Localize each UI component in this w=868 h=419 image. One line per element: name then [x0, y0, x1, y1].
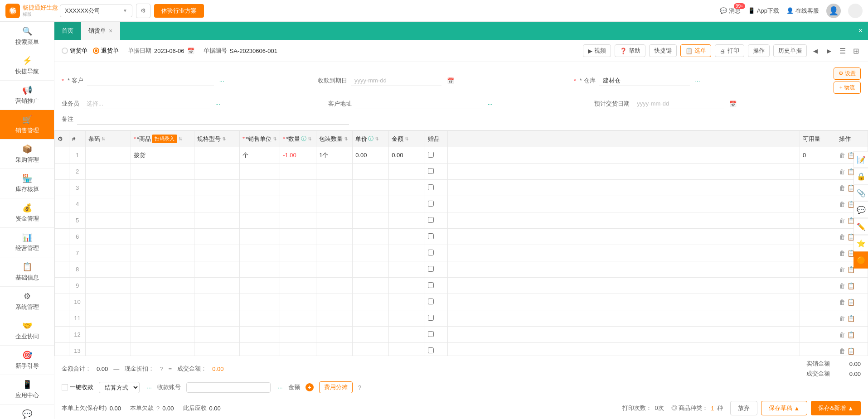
copy-row-9-button[interactable]: 📋: [847, 282, 855, 289]
gift-checkbox-5[interactable]: [428, 217, 434, 223]
gift-checkbox-10[interactable]: [428, 299, 434, 304]
calendar-icon-due[interactable]: 📅: [447, 77, 454, 84]
tab-sales-order[interactable]: 销货单 ×: [81, 22, 120, 40]
account-dots-button[interactable]: ···: [278, 384, 283, 391]
float-edit-button[interactable]: ✏️: [853, 218, 868, 235]
copy-row-11-button[interactable]: 📋: [847, 315, 855, 322]
sidebar-item-sales[interactable]: 🛒 销售管理: [0, 110, 54, 140]
save-new-button[interactable]: 保存&新增 ▲: [811, 401, 861, 415]
select-order-button[interactable]: 📋 选单: [680, 44, 711, 57]
delete-row-7-button[interactable]: 🗑: [839, 250, 845, 257]
next-order-button[interactable]: ▶: [824, 47, 834, 55]
customer-input[interactable]: [87, 75, 214, 86]
operation-button[interactable]: 操作: [748, 44, 770, 57]
expense-split-button[interactable]: 费用分摊: [319, 381, 353, 393]
print-button[interactable]: 🖨 打印: [715, 44, 744, 57]
radio-sale-order[interactable]: 销货单: [62, 47, 87, 55]
row-spec-1[interactable]: [194, 147, 240, 164]
prev-order-button[interactable]: ◀: [810, 47, 820, 55]
sidebar-item-apps[interactable]: 📱 应用中心: [0, 375, 54, 405]
sidebar-item-cooperation[interactable]: 🤝 企业协同: [0, 316, 54, 346]
due-date-input[interactable]: [351, 75, 441, 86]
delete-row-10-button[interactable]: 🗑: [839, 299, 845, 306]
float-star-button[interactable]: ⭐: [853, 235, 868, 251]
gift-checkbox-9[interactable]: [428, 282, 434, 288]
gift-checkbox-13[interactable]: [428, 347, 434, 353]
settings-button[interactable]: ⚙ 设置: [834, 67, 861, 80]
grid-view-button[interactable]: ⊞: [851, 46, 861, 56]
tab-home[interactable]: 首页: [54, 22, 81, 40]
sort-pkg[interactable]: ⇅: [344, 136, 348, 141]
shortcut-button[interactable]: 快捷键: [649, 44, 677, 57]
sidebar-item-inventory[interactable]: 🏪 库存核算: [0, 169, 54, 198]
help-button[interactable]: ❓ 帮助: [615, 44, 645, 57]
discount-info-icon[interactable]: ?: [160, 366, 163, 372]
online-support-button[interactable]: 👤 在线客服: [786, 7, 819, 15]
tab-close-icon[interactable]: ×: [109, 27, 112, 34]
row-qty-1[interactable]: -1.00: [280, 147, 316, 164]
salesperson-input[interactable]: [83, 98, 210, 109]
user-avatar-2[interactable]: [848, 4, 863, 18]
gift-checkbox-4[interactable]: [428, 201, 434, 207]
calendar-icon-expected[interactable]: 📅: [729, 101, 737, 107]
sidebar-item-purchase[interactable]: 📦 采购管理: [0, 140, 54, 169]
delete-row-3-button[interactable]: 🗑: [839, 184, 845, 192]
delete-row-2-button[interactable]: 🗑: [839, 168, 845, 175]
sidebar-item-quick-nav[interactable]: ⚡ 快捷导航: [0, 51, 54, 81]
account-number-input[interactable]: [186, 382, 271, 393]
copy-row-12-button[interactable]: 📋: [847, 331, 855, 338]
delete-row-13-button[interactable]: 🗑: [839, 347, 845, 355]
gift-checkbox-3[interactable]: [428, 184, 434, 190]
gift-checkbox-12[interactable]: [428, 331, 434, 337]
delete-row-6-button[interactable]: 🗑: [839, 233, 845, 241]
gift-checkbox-2[interactable]: [428, 168, 434, 174]
delete-row-9-button[interactable]: 🗑: [839, 282, 845, 289]
sort-goods[interactable]: ⇅: [179, 136, 182, 141]
sort-qty[interactable]: ⇅: [308, 136, 311, 141]
user-avatar[interactable]: 👤: [826, 4, 841, 18]
delete-row-4-button[interactable]: 🗑: [839, 201, 845, 208]
history-orders-button[interactable]: 历史单据: [773, 44, 807, 57]
company-selector[interactable]: XXXXXX公司 ▼: [60, 5, 132, 17]
sidebar-item-system[interactable]: ⚙ 系统管理: [0, 287, 54, 316]
sidebar-item-wechat[interactable]: 💬 企业微信: [0, 405, 54, 419]
float-action-button[interactable]: 🟠: [853, 251, 868, 268]
delete-row-12-button[interactable]: 🗑: [839, 331, 845, 338]
note-input[interactable]: [77, 114, 349, 125]
sort-barcode[interactable]: ⇅: [102, 136, 105, 141]
copy-row-13-button[interactable]: 📋: [847, 347, 855, 355]
global-settings-button[interactable]: ⚙: [136, 4, 150, 18]
copy-row-10-button[interactable]: 📋: [847, 299, 855, 306]
video-help-button[interactable]: ▶ 视频: [583, 44, 611, 57]
delete-row-11-button[interactable]: 🗑: [839, 315, 845, 322]
sort-price[interactable]: ⇅: [375, 136, 378, 141]
expected-date-input[interactable]: [633, 98, 724, 109]
sidebar-item-basics[interactable]: 📋 基础信息: [0, 257, 54, 287]
sort-amount[interactable]: ⇅: [405, 136, 408, 141]
one-click-payment-checkbox[interactable]: 一键收款: [62, 383, 93, 391]
address-dots-button[interactable]: ···: [488, 101, 493, 107]
radio-return-order[interactable]: 退货单: [93, 47, 119, 55]
customer-address-input[interactable]: [355, 98, 482, 109]
sort-unit[interactable]: ⇅: [273, 136, 276, 141]
trial-button[interactable]: 体验行业方案: [154, 4, 204, 18]
warehouse-dots-button[interactable]: ···: [695, 77, 700, 84]
calendar-icon-date[interactable]: 📅: [187, 48, 194, 54]
sidebar-item-guide[interactable]: 🎯 新手引导: [0, 346, 54, 375]
abandon-button[interactable]: 放弃: [730, 401, 757, 415]
settlement-dots-button[interactable]: ···: [147, 384, 152, 391]
delete-row-8-button[interactable]: 🗑: [839, 266, 845, 273]
add-payment-button[interactable]: +: [305, 383, 314, 391]
float-attach-button[interactable]: 📎: [853, 184, 868, 201]
list-view-button[interactable]: ☰: [838, 46, 848, 56]
gift-checkbox-7[interactable]: [428, 250, 434, 255]
app-download-button[interactable]: 📱 App下载: [748, 7, 779, 15]
row-gift-1[interactable]: [425, 147, 448, 164]
gear-icon[interactable]: ⚙: [58, 135, 63, 142]
delete-row-1-button[interactable]: 🗑: [839, 152, 845, 159]
row-price-1[interactable]: 0.00: [353, 147, 389, 164]
save-draft-button[interactable]: 保存草稿 ▲: [761, 401, 808, 415]
gift-checkbox-1[interactable]: [428, 152, 434, 158]
sidebar-item-finance[interactable]: 💰 资金管理: [0, 198, 54, 228]
float-chat-button[interactable]: 💬: [853, 201, 868, 218]
